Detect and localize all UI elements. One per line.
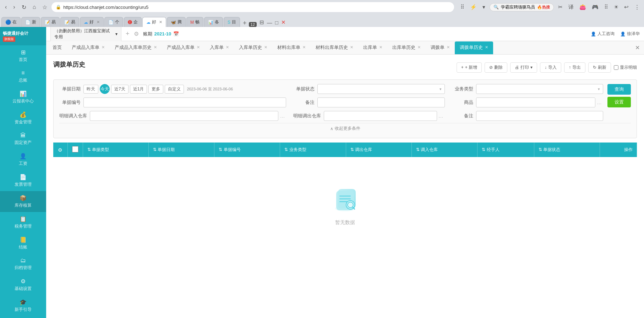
goods-dots[interactable]: … — [595, 100, 603, 105]
gear-icon[interactable]: ⚙ — [58, 147, 62, 153]
menu-button[interactable]: ⋮ — [633, 2, 641, 12]
add-company-button[interactable]: + — [126, 30, 130, 38]
page-tab-close-product-in-hist[interactable]: ✕ — [154, 45, 157, 50]
search-bar[interactable]: 🔍 学霸应聘场驱鸟员 🔥热搜 — [490, 3, 554, 11]
page-tab-material-out-hist[interactable]: 材料出库单历史 ✕ — [311, 41, 358, 54]
address-bar[interactable]: 🔒 https://cloud.chanjet.com/accounting/u… — [51, 2, 454, 12]
browser-tab-11[interactable]: S 目 — [224, 17, 240, 27]
sidebar-item-closing[interactable]: 📒 结账 — [0, 233, 46, 254]
sun-button[interactable]: ☀ — [612, 2, 620, 12]
page-tab-warehouse-in[interactable]: 入库单 ✕ — [205, 41, 234, 54]
month-btn[interactable]: 近1月 — [130, 85, 147, 94]
table-header-doc-num[interactable]: ⇅ 单据编号 — [214, 143, 280, 157]
wallet-button[interactable]: 👛 — [578, 2, 588, 12]
select-all-checkbox[interactable] — [72, 146, 78, 152]
browser-tab-6[interactable]: 🅒 企 — [124, 17, 142, 27]
refresh-button[interactable]: ↻ — [20, 2, 28, 12]
browser-tab-2[interactable]: 📝 易 — [41, 17, 60, 27]
table-header-handler[interactable]: ⇅ 经手人 — [477, 143, 534, 157]
game-button[interactable]: 🎮 — [590, 2, 600, 12]
sidebar-item-reports[interactable]: 📊 云报表中心 — [0, 87, 46, 108]
sidebar-item-guide[interactable]: 🎓 新手引导 — [0, 295, 46, 316]
tab-list-button[interactable]: ⊟ — [258, 18, 266, 27]
page-tab-close-material-out[interactable]: ✕ — [302, 45, 306, 50]
browser-tab-5[interactable]: 📄 个 — [104, 17, 123, 27]
home-button[interactable]: ⌂ — [31, 2, 38, 12]
note-input[interactable] — [476, 111, 603, 121]
week-btn[interactable]: 近7天 — [111, 85, 129, 94]
page-tab-product-in2[interactable]: 产成品入库单 ✕ — [162, 41, 205, 54]
detail-in-dots[interactable]: … — [278, 113, 286, 119]
sidebar-item-salary[interactable]: 👤 工资 — [0, 149, 46, 170]
settings-gear-button[interactable]: ⚙ — [134, 30, 139, 37]
extensions-button[interactable]: ⠿ — [459, 2, 466, 12]
page-tab-close-transfer[interactable]: ✕ — [447, 45, 450, 50]
tab-close-7[interactable]: ✕ — [159, 20, 162, 24]
chevron-down-button[interactable]: ▾ — [481, 2, 487, 12]
sidebar-item-tax[interactable]: 📋 税务管理 — [0, 212, 46, 233]
print-button[interactable]: 🖨 打印 ▾ — [510, 62, 537, 73]
page-tab-out[interactable]: 出库单 ✕ — [358, 41, 387, 54]
page-tab-warehouse-in-hist[interactable]: 入库单历史 ✕ — [234, 41, 272, 54]
new-button[interactable]: + + 新增 — [457, 62, 482, 73]
more-btn[interactable]: 更多 — [148, 85, 163, 94]
page-tab-home[interactable]: 首页 — [48, 41, 67, 54]
import-button[interactable]: ↓ 导入 — [540, 62, 561, 73]
remark-input[interactable] — [317, 97, 444, 107]
sidebar-item-funds[interactable]: 💰 资金管理 — [0, 108, 46, 129]
refresh-button[interactable]: ↻ 刷新 — [588, 62, 611, 73]
display-check-input[interactable] — [614, 65, 618, 70]
maximize-button[interactable]: □ — [274, 18, 280, 27]
status-select[interactable]: ▾ — [317, 84, 444, 94]
table-header-biz-type[interactable]: ⇅ 业务类型 — [280, 143, 346, 157]
grid-button[interactable]: ⠿ — [603, 2, 610, 12]
browser-tab-1[interactable]: 📄 新 — [21, 17, 40, 27]
sidebar-item-assets[interactable]: 🏛 固定资产 — [0, 129, 46, 149]
sidebar-item-home[interactable]: ⊞ 首页 — [0, 45, 46, 66]
display-check-container[interactable]: 显示明细 — [614, 65, 637, 71]
minimize-button[interactable]: — — [266, 18, 274, 27]
table-header-doc-status[interactable]: ⇅ 单据状态 — [534, 143, 600, 157]
settings-btn[interactable]: 设置 — [607, 97, 631, 107]
page-tab-close-product-in2[interactable]: ✕ — [197, 45, 200, 50]
sidebar-item-archive[interactable]: 🗂 归档管理 — [0, 254, 46, 274]
detail-out-dots[interactable]: … — [437, 113, 445, 119]
user-info[interactable]: 👤 徐泽华 — [620, 31, 640, 37]
page-tab-out-hist[interactable]: 出库单历史 ✕ — [387, 41, 426, 54]
browser-tab-7[interactable]: ☁ 好 ✕ — [142, 17, 166, 27]
tab-close-4[interactable]: ✕ — [97, 20, 100, 24]
page-tab-close-material-out-hist[interactable]: ✕ — [350, 45, 353, 50]
yesterday-btn[interactable]: 昨天 — [83, 85, 98, 94]
query-button[interactable]: 查询 — [607, 84, 631, 95]
close-window-button[interactable]: ✕ — [280, 18, 287, 27]
detail-out-select[interactable] — [324, 111, 437, 121]
page-tab-transfer[interactable]: 调拨单 ✕ — [426, 41, 455, 54]
table-header-doc-date[interactable]: ⇅ 单据日期 — [148, 143, 214, 157]
sidebar-item-ledger[interactable]: ≡ 总账 — [0, 66, 46, 87]
detail-in-select[interactable] — [90, 111, 278, 121]
browser-tab-9[interactable]: M 畅 — [186, 17, 203, 27]
table-header-doc-type[interactable]: ⇅ 单据类型 — [83, 143, 148, 157]
tab-add-button[interactable]: + — [241, 19, 249, 27]
browser-tab-0[interactable]: 🔵 在 — [1, 17, 21, 27]
browser-tab-4[interactable]: ☁ 好 ✕ — [80, 17, 104, 27]
doc-num-input[interactable] — [83, 97, 286, 107]
forward-button[interactable]: › — [11, 2, 17, 12]
delete-button[interactable]: ⊘ 删除 — [485, 62, 507, 73]
biz-type-select[interactable]: ▾ — [476, 84, 603, 94]
calendar-icon[interactable]: 📅 — [173, 31, 179, 37]
table-header-in-warehouse[interactable]: ⇅ 调入仓库 — [412, 143, 477, 157]
consultant-button[interactable]: 👤 人工咨询 — [591, 31, 615, 37]
sidebar-item-inventory[interactable]: 📦 库存核算 — [0, 191, 46, 212]
page-tab-transfer-hist[interactable]: 调拨单历史 ✕ — [455, 41, 493, 54]
page-tab-close-out[interactable]: ✕ — [379, 45, 382, 50]
table-header-gear[interactable]: ⚙ — [53, 143, 67, 157]
page-tab-close-product-in[interactable]: ✕ — [102, 45, 105, 50]
browser-tab-3[interactable]: 📝 易 — [60, 17, 79, 27]
custom-btn[interactable]: 自定义 — [165, 85, 184, 94]
today-btn[interactable]: 今天 — [100, 84, 110, 94]
translate-button[interactable]: 译 — [567, 2, 575, 12]
goods-select[interactable] — [476, 97, 595, 107]
page-tab-close-transfer-hist[interactable]: ✕ — [485, 45, 488, 50]
scissors-button[interactable]: ✂ — [557, 2, 564, 12]
